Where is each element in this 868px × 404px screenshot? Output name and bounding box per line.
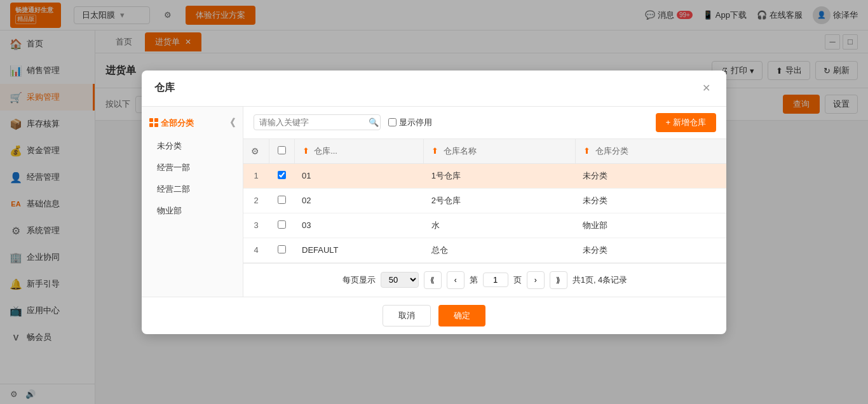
cancel-button[interactable]: 取消 [383,305,431,327]
table-header-row: ⚙ ⬆ 仓库... ⬆ [243,139,726,164]
row-name-2: 2号仓库 [424,188,576,213]
page-number-input[interactable] [483,273,508,287]
collapse-icon[interactable]: 《 [225,117,235,130]
th-code: ⬆ 仓库... [294,139,424,164]
svg-rect-2 [149,123,153,127]
modal-pagination: 每页显示 50 10 20 100 ⟪ ‹ 第 页 › ⟫ 共1页, 4条记录 [243,263,726,297]
th-checkbox [269,139,294,164]
total-info: 共1页, 4条记录 [573,274,628,286]
row-code-3: 03 [294,213,424,238]
sort-name-icon: ⬆ [431,146,438,156]
warehouse-modal: 仓库 ✕ 全部分类 《 [142,71,726,334]
select-all-checkbox[interactable] [278,146,286,154]
row-num-3: 3 [243,213,269,238]
row-category-4: 未分类 [575,238,726,262]
category-unclassified[interactable]: 未分类 [142,135,243,157]
svg-rect-3 [154,123,158,127]
page-size-label: 每页显示 [342,274,376,286]
row-category-2: 未分类 [575,188,726,213]
show-disabled-toggle[interactable]: 显示停用 [388,117,432,128]
row-category-3: 物业部 [575,213,726,238]
row-code-1: 01 [294,163,424,188]
page-label: 第 [470,274,478,286]
first-page-button[interactable]: ⟪ [424,271,442,289]
modal-category-sidebar: 全部分类 《 未分类 经营一部 经营二部 物业部 [142,107,243,297]
page-size-select[interactable]: 50 10 20 100 [381,272,419,288]
last-page-button[interactable]: ⟫ [550,271,567,289]
sort-category-icon: ⬆ [583,146,590,156]
confirm-button[interactable]: 确定 [438,305,485,327]
table-row[interactable]: 2 02 2号仓库 未分类 [243,188,726,213]
all-categories-label: 全部分类 [161,118,194,129]
grid-icon [149,118,158,129]
th-name: ⬆ 仓库名称 [424,139,576,164]
row-name-4: 总仓 [424,238,576,262]
table-body: 1 01 1号仓库 未分类 2 02 2号仓库 [243,163,726,262]
row-num-2: 2 [243,188,269,213]
row-name-1: 1号仓库 [424,163,576,188]
th-settings[interactable]: ⚙ [243,139,269,164]
row-checkbox-3[interactable] [269,213,294,238]
svg-rect-0 [149,118,153,122]
table-row[interactable]: 3 03 水 物业部 [243,213,726,238]
category-operations-1[interactable]: 经营一部 [142,157,243,178]
th-category: ⬆ 仓库分类 [575,139,726,164]
modal-header: 仓库 ✕ [142,71,726,107]
modal-footer: 取消 确定 [142,297,726,334]
row-checkbox-2[interactable] [269,188,294,213]
modal-body: 全部分类 《 未分类 经营一部 经营二部 物业部 [142,107,726,297]
warehouse-table: ⚙ ⬆ 仓库... ⬆ [243,139,726,263]
warehouse-data-table: ⚙ ⬆ 仓库... ⬆ [243,139,726,263]
column-settings-icon: ⚙ [251,146,259,156]
search-icon: 🔍 [369,118,379,127]
search-box: 🔍 [254,114,381,130]
row-num-4: 4 [243,238,269,262]
modal-main-content: 🔍 显示停用 + 新增仓库 ⚙ [243,107,726,297]
modal-toolbar: 🔍 显示停用 + 新增仓库 [243,107,726,139]
modal-category-header[interactable]: 全部分类 《 [142,112,243,135]
svg-rect-1 [154,118,158,122]
row-checkbox-1[interactable] [269,163,294,188]
row-category-1: 未分类 [575,163,726,188]
search-input[interactable] [259,118,366,127]
row-num-1: 1 [243,163,269,188]
row-name-3: 水 [424,213,576,238]
table-row[interactable]: 4 DEFAULT 总仓 未分类 [243,238,726,262]
modal-title: 仓库 [154,81,175,95]
modal-close-button[interactable]: ✕ [698,81,714,96]
row-checkbox-4[interactable] [269,238,294,262]
table-row[interactable]: 1 01 1号仓库 未分类 [243,163,726,188]
page-unit: 页 [513,274,522,286]
add-warehouse-button[interactable]: + 新增仓库 [656,113,717,132]
category-operations-2[interactable]: 经营二部 [142,178,243,200]
category-property[interactable]: 物业部 [142,200,243,222]
prev-page-button[interactable]: ‹ [447,271,465,289]
show-disabled-checkbox[interactable] [388,118,397,126]
row-code-2: 02 [294,188,424,213]
sort-icon: ⬆ [302,146,309,156]
modal-overlay: 仓库 ✕ 全部分类 《 [0,0,868,404]
row-code-4: DEFAULT [294,238,424,262]
next-page-button[interactable]: › [527,271,545,289]
